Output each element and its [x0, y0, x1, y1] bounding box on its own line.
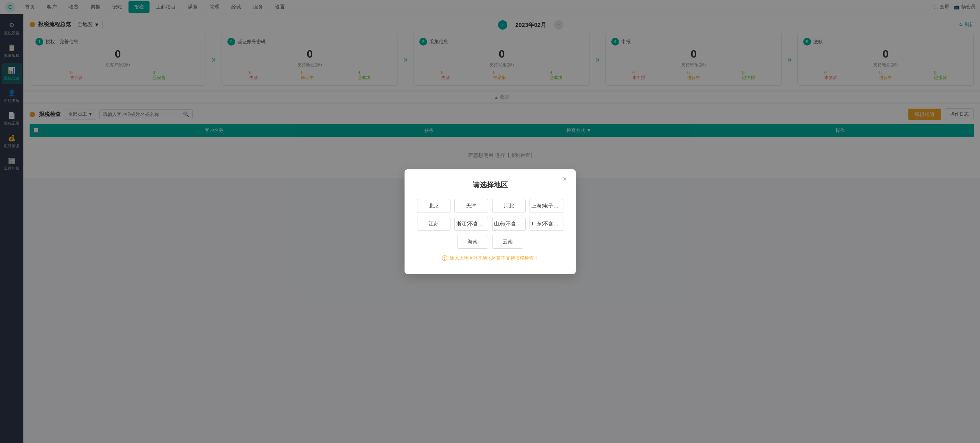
modal-title: 请选择地区 — [417, 180, 563, 190]
modal-warning-text: 除以上地区外其他地区暂不支持报税检查！ — [450, 255, 538, 262]
modal-box: × 请选择地区 北京天津河北上海(电子税局) 江苏浙江(不含宁波)山东(不含青岛… — [405, 169, 576, 274]
modal-warning: ! 除以上地区外其他地区暂不支持报税检查！ — [417, 255, 563, 262]
modal-close-btn[interactable]: × — [560, 175, 570, 184]
region-btn-广东(不含深圳)[interactable]: 广东(不含深圳) — [530, 217, 563, 231]
region-btn-天津[interactable]: 天津 — [454, 199, 488, 213]
region-row-2: 江苏浙江(不含宁波)山东(不含青岛)广东(不含深圳) — [417, 217, 563, 231]
region-btn-河北[interactable]: 河北 — [492, 199, 526, 213]
region-btn-浙江(不含宁波)[interactable]: 浙江(不含宁波) — [454, 217, 488, 231]
warning-icon: ! — [442, 255, 447, 261]
region-btn-北京[interactable]: 北京 — [417, 199, 451, 213]
region-btn-海南[interactable]: 海南 — [457, 235, 488, 249]
modal-overlay[interactable]: × 请选择地区 北京天津河北上海(电子税局) 江苏浙江(不含宁波)山东(不含青岛… — [0, 0, 980, 443]
region-btn-江苏[interactable]: 江苏 — [417, 217, 451, 231]
region-btn-山东(不含青岛)[interactable]: 山东(不含青岛) — [492, 217, 526, 231]
region-row-1: 北京天津河北上海(电子税局) — [417, 199, 563, 213]
region-row-3: 海南云南 — [417, 235, 563, 249]
region-btn-云南[interactable]: 云南 — [492, 235, 523, 249]
region-btn-上海(电子税局)[interactable]: 上海(电子税局) — [530, 199, 563, 213]
